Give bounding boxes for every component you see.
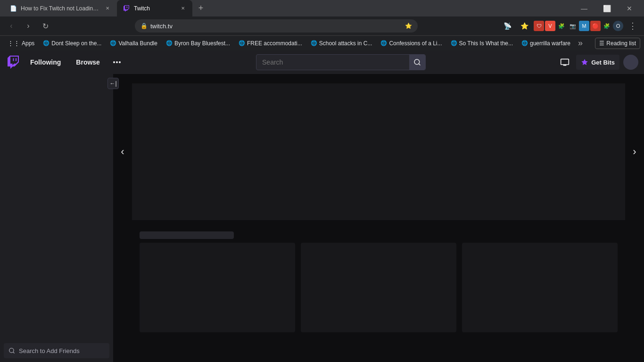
address-bar: ‹ › ↻ 🔒 twitch.tv ⭐ 📡 ⭐ 🛡 V 🧩 📷 M 🔴 🧩 xyxy=(0,16,644,35)
bookmark-8[interactable]: 🌐 guerrilla warfare xyxy=(518,38,574,49)
twitch-navbar: Following Browse xyxy=(0,50,644,74)
maximize-button[interactable]: ⬜ xyxy=(596,0,618,16)
bookmark-4[interactable]: 🌐 FREE accommodati... xyxy=(235,38,306,49)
bm7-favicon: 🌐 xyxy=(451,40,457,47)
carousel-next-button[interactable]: › xyxy=(625,142,644,161)
nav-more-button[interactable] xyxy=(109,55,124,70)
nav-right: Get Bits xyxy=(557,55,638,70)
reading-list-button[interactable]: ☰ Reading list xyxy=(595,38,640,49)
bookmark-6[interactable]: 🌐 Confessions of a Li... xyxy=(377,38,446,49)
svg-marker-3 xyxy=(581,59,587,65)
card-placeholder-2 xyxy=(301,243,456,332)
bm4-label: FREE accommodati... xyxy=(247,40,302,47)
tab1-favicon: 📄 xyxy=(9,5,17,12)
twitch-search-wrap xyxy=(128,54,553,70)
tab1-title: How to Fix Twitch not Loading o... xyxy=(21,5,100,12)
svg-point-2 xyxy=(119,61,121,63)
get-bits-label: Get Bits xyxy=(591,59,615,66)
menu-button[interactable]: ⋮ xyxy=(625,18,640,33)
bm1-favicon: 🌐 xyxy=(43,40,50,47)
ext7-icon[interactable]: 🧩 xyxy=(602,21,612,31)
new-tab-button[interactable]: + xyxy=(194,2,207,15)
cards-grid xyxy=(140,243,618,332)
apps-label: Apps xyxy=(22,40,34,47)
ext2-icon[interactable]: V xyxy=(545,21,555,31)
collapse-icon: ←| xyxy=(109,80,116,87)
svg-point-1 xyxy=(116,61,118,63)
ext1-icon[interactable]: 🛡 xyxy=(534,21,544,31)
search-friends-label: Search to Add Friends xyxy=(19,347,80,354)
close-button[interactable]: ✕ xyxy=(619,0,640,16)
carousel-prev-button[interactable]: ‹ xyxy=(113,142,132,161)
bm7-label: So This Is What the... xyxy=(459,40,513,47)
reading-list-label: Reading list xyxy=(606,40,636,47)
bm3-favicon: 🌐 xyxy=(166,40,173,47)
bm6-favicon: 🌐 xyxy=(380,40,387,47)
card-placeholder-1 xyxy=(140,243,295,332)
svg-point-0 xyxy=(113,61,115,63)
address-text: twitch.tv xyxy=(150,23,173,30)
search-input[interactable] xyxy=(262,58,405,66)
skeleton-title xyxy=(140,231,234,239)
bookmark-5[interactable]: 🌐 School attacks in C... xyxy=(307,38,376,49)
tv-icon-button[interactable] xyxy=(557,55,572,70)
address-actions: 📡 ⭐ 🛡 V 🧩 📷 M 🔴 🧩 O ⋮ xyxy=(500,18,640,33)
star-icon[interactable]: ⭐ xyxy=(517,18,532,33)
tab-twitch[interactable]: Twitch ✕ xyxy=(117,0,192,16)
bm5-favicon: 🌐 xyxy=(311,40,317,47)
twitch-page: Following Browse xyxy=(0,50,644,362)
sidebar: ←| Search to Add Friends xyxy=(0,74,113,362)
bookmarks-bar: ⋮⋮ Apps 🌐 Dont Sleep on the... 🌐 Valhall… xyxy=(0,35,644,50)
tab1-close[interactable]: ✕ xyxy=(104,5,111,12)
carousel-inner xyxy=(132,83,625,220)
ext4-icon[interactable]: 📷 xyxy=(568,21,578,31)
bookmark-7[interactable]: 🌐 So This Is What the... xyxy=(447,38,517,49)
main-video-placeholder xyxy=(132,83,625,220)
bookmark-2[interactable]: 🌐 Valhalla Bundle xyxy=(106,38,161,49)
collapse-sidebar-button[interactable]: ←| xyxy=(107,78,119,89)
nav-browse[interactable]: Browse xyxy=(70,50,106,74)
page-body: ←| Search to Add Friends ‹ xyxy=(0,74,644,362)
window-controls: — ⬜ ✕ xyxy=(573,0,640,16)
bm8-favicon: 🌐 xyxy=(521,40,528,47)
bookmarks-more-button[interactable]: » xyxy=(576,38,585,48)
forward-button[interactable]: › xyxy=(21,18,36,33)
bookmark-apps[interactable]: ⋮⋮ Apps xyxy=(4,38,38,49)
bookmark-1[interactable]: 🌐 Dont Sleep on the... xyxy=(39,38,105,49)
tab2-title: Twitch xyxy=(134,5,175,12)
browser-frame: 📄 How to Fix Twitch not Loading o... ✕ T… xyxy=(0,0,644,362)
twitch-logo[interactable] xyxy=(6,55,21,70)
bookmark-3[interactable]: 🌐 Byron Bay Bluesfest... xyxy=(162,38,234,49)
reading-list-icon: ☰ xyxy=(599,40,604,47)
cast-icon[interactable]: 📡 xyxy=(500,18,515,33)
refresh-button[interactable]: ↻ xyxy=(38,18,53,33)
bm5-label: School attacks in C... xyxy=(319,40,372,47)
bm2-label: Valhalla Bundle xyxy=(118,40,157,47)
ext6-icon[interactable]: 🔴 xyxy=(590,21,601,31)
card-placeholder-3 xyxy=(462,243,618,332)
chevron-left-icon: ‹ xyxy=(121,146,124,158)
bm8-label: guerrilla warfare xyxy=(530,40,570,47)
bm4-favicon: 🌐 xyxy=(239,40,245,47)
nav-following[interactable]: Following xyxy=(25,50,66,74)
user-avatar[interactable] xyxy=(623,55,638,70)
sidebar-bottom: Search to Add Friends xyxy=(0,339,113,362)
carousel-section: ‹ › xyxy=(113,83,644,220)
bm6-label: Confessions of a Li... xyxy=(389,40,442,47)
search-friends-button[interactable]: Search to Add Friends xyxy=(4,343,109,358)
minimize-button[interactable]: — xyxy=(573,0,595,16)
address-input[interactable]: 🔒 twitch.tv ⭐ xyxy=(135,19,418,33)
ext3-icon[interactable]: 🧩 xyxy=(556,21,567,31)
bm1-label: Dont Sleep on the... xyxy=(51,40,101,47)
search-button[interactable] xyxy=(409,54,425,70)
main-content: ‹ › xyxy=(113,74,644,362)
loading-section xyxy=(113,220,644,340)
ext8-icon[interactable]: O xyxy=(613,21,623,31)
get-bits-button[interactable]: Get Bits xyxy=(576,55,619,70)
back-button[interactable]: ‹ xyxy=(4,18,19,33)
title-bar: 📄 How to Fix Twitch not Loading o... ✕ T… xyxy=(0,0,644,16)
twitch-search-bar[interactable] xyxy=(256,54,426,70)
ext5-icon[interactable]: M xyxy=(579,21,589,31)
tab-how-to-fix[interactable]: 📄 How to Fix Twitch not Loading o... ✕ xyxy=(4,0,117,16)
tab2-close[interactable]: ✕ xyxy=(179,5,187,12)
